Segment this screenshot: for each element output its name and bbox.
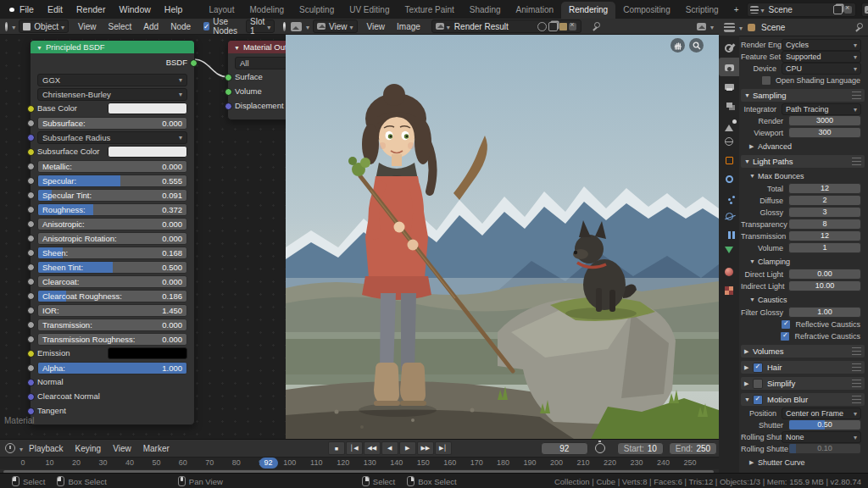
material-output-node[interactable]: ▼Material Output All All Surface: [227, 40, 286, 120]
pin-icon[interactable]: [854, 23, 863, 31]
topbar-menu-item[interactable]: Window: [112, 4, 157, 14]
color-swatch[interactable]: [108, 146, 187, 158]
open-image-folder-icon[interactable]: [559, 23, 567, 30]
property-row[interactable]: Rolling Shutter None None None: [741, 431, 865, 442]
node-input-socket[interactable]: [27, 134, 35, 141]
prev-keyframe-button[interactable]: ◀◀: [364, 441, 381, 455]
node-value-slider[interactable]: Roughness:0.372: [37, 203, 187, 216]
property-row[interactable]: ▶ Simplify: [741, 377, 865, 390]
property-row[interactable]: ▼ Light Paths: [741, 155, 865, 168]
property-row[interactable]: Shutter 0.50 0.50 0.50: [741, 419, 865, 430]
node-input-socket[interactable]: [27, 393, 35, 401]
play-button[interactable]: ▶: [399, 441, 416, 455]
zoom-view-button[interactable]: [689, 38, 704, 53]
node-value-slider[interactable]: Specular Tint:0.091: [37, 189, 187, 202]
auto-keyframe-icon[interactable]: [595, 443, 605, 453]
use-nodes-checkbox[interactable]: ✓: [203, 22, 209, 30]
property-row[interactable]: Transparency 8 8 8: [741, 219, 865, 230]
shader-menu-item[interactable]: Node: [164, 22, 197, 31]
property-number-field[interactable]: 2: [788, 195, 861, 206]
node-value-slider[interactable]: Anisotropic Rotation:0.000: [37, 232, 187, 245]
constraints[interactable]: [719, 225, 739, 244]
frame-start-field[interactable]: Start: 10: [617, 442, 664, 455]
node-value-slider[interactable]: Transmission Roughness:0.000: [37, 333, 187, 346]
new-image-icon[interactable]: [548, 22, 558, 31]
property-checkbox[interactable]: [753, 379, 763, 389]
panel-menu-icon[interactable]: [852, 347, 861, 355]
node-header[interactable]: ▼Material Output: [228, 41, 286, 53]
property-number-field[interactable]: 12: [788, 230, 861, 241]
fake-user-icon[interactable]: [537, 22, 547, 31]
node-value-slider[interactable]: Alpha:1.000: [37, 362, 187, 374]
property-dropdown[interactable]: Center on Frame: [782, 408, 861, 419]
property-row[interactable]: ▶ Volumes: [741, 345, 865, 358]
property-row[interactable]: Refractive Caustics: [741, 330, 865, 341]
node-value-slider[interactable]: Subsurface:0.000: [37, 117, 187, 130]
property-dropdown[interactable]: CPU: [782, 63, 861, 75]
property-dropdown[interactable]: None: [782, 431, 861, 443]
workspace-tab[interactable]: Modeling: [242, 2, 292, 19]
pin-icon[interactable]: [592, 22, 600, 30]
node-input-socket[interactable]: [27, 292, 35, 300]
property-row[interactable]: Volume 1 1 1: [741, 242, 865, 253]
tool[interactable]: [719, 39, 739, 58]
physics[interactable]: [719, 207, 739, 225]
world[interactable]: [719, 132, 739, 151]
timeline-menu-item[interactable]: Marker: [137, 444, 175, 453]
property-dropdown[interactable]: Cycles: [782, 39, 861, 51]
property-number-field[interactable]: 3000: [788, 115, 861, 126]
timeline-menu-item[interactable]: Keying: [70, 444, 108, 453]
render-result-view[interactable]: [286, 34, 719, 439]
node-enum-dropdown[interactable]: GGX: [37, 74, 187, 86]
property-row[interactable]: Rolling Shutter Dur.. 0.10 0.10 0.10: [741, 443, 865, 454]
node-input-socket[interactable]: [27, 321, 35, 329]
principled-bsdf-node[interactable]: ▼Principled BSDF BSDF GGX GGX GGX GGX: [30, 40, 195, 425]
workspace-tab[interactable]: Shading: [462, 2, 509, 19]
property-number-field[interactable]: 8: [788, 219, 861, 230]
workspace-tab[interactable]: Animation: [509, 2, 561, 19]
timeline-menu-item[interactable]: View: [107, 444, 137, 453]
property-row[interactable]: Open Shading Language: [741, 75, 865, 86]
material[interactable]: [719, 263, 739, 281]
node-input-socket[interactable]: [27, 119, 35, 127]
workspace-tab[interactable]: Scripting: [678, 2, 726, 19]
property-number-field[interactable]: 1: [788, 242, 861, 253]
property-row[interactable]: Viewport 300 300 300: [741, 127, 865, 138]
panel-arrow-icon[interactable]: ▶: [749, 143, 758, 150]
shader-menu-item[interactable]: View: [72, 22, 103, 31]
workspace-tab[interactable]: Rendering: [561, 2, 615, 19]
property-row[interactable]: Render 3000 3000 3000: [741, 115, 865, 126]
next-keyframe-button[interactable]: ▶▶: [417, 441, 434, 455]
panel-menu-icon[interactable]: [852, 363, 861, 371]
node-input-socket[interactable]: [27, 177, 35, 185]
node-input-socket[interactable]: [27, 220, 35, 228]
property-row[interactable]: Device CPU CPU CPU: [741, 63, 865, 74]
node-header[interactable]: ▼Principled BSDF: [31, 41, 194, 53]
node-enum-dropdown[interactable]: Christensen-Burley: [37, 88, 187, 101]
property-dropdown[interactable]: Path Tracing: [782, 103, 861, 115]
current-frame-indicator[interactable]: 92: [259, 458, 278, 469]
property-number-field[interactable]: 10.00: [788, 280, 861, 291]
workspace-tab[interactable]: Texture Paint: [397, 2, 461, 19]
panel-arrow-icon[interactable]: ▼: [749, 173, 758, 179]
property-row[interactable]: Indirect Light 10.00 10.00 10.00: [741, 280, 865, 291]
property-row[interactable]: ▶ Shutter Curve: [741, 457, 865, 468]
node-input-socket[interactable]: [27, 263, 35, 271]
unlink-image-icon[interactable]: [569, 23, 576, 30]
property-row[interactable]: Feature Set Supported Supported Supporte…: [741, 51, 865, 62]
property-checkbox[interactable]: [753, 363, 763, 373]
shader-menu-item[interactable]: Select: [103, 22, 138, 31]
node-input-socket[interactable]: [225, 74, 232, 81]
object[interactable]: [719, 151, 739, 169]
workspace-tab[interactable]: Sculpting: [292, 2, 342, 19]
node-input-socket[interactable]: [27, 307, 35, 314]
panel-arrow-icon[interactable]: ▼: [744, 92, 753, 98]
node-input-socket[interactable]: [225, 88, 232, 96]
workspace-tab[interactable]: Layout: [201, 2, 242, 19]
property-dropdown[interactable]: Supported: [782, 51, 861, 63]
property-slider[interactable]: 0.10: [788, 443, 861, 454]
node-input-socket[interactable]: [27, 235, 35, 242]
texture[interactable]: [719, 281, 739, 300]
property-checkbox[interactable]: [781, 319, 791, 330]
shader-editor-icon[interactable]: [5, 22, 8, 31]
